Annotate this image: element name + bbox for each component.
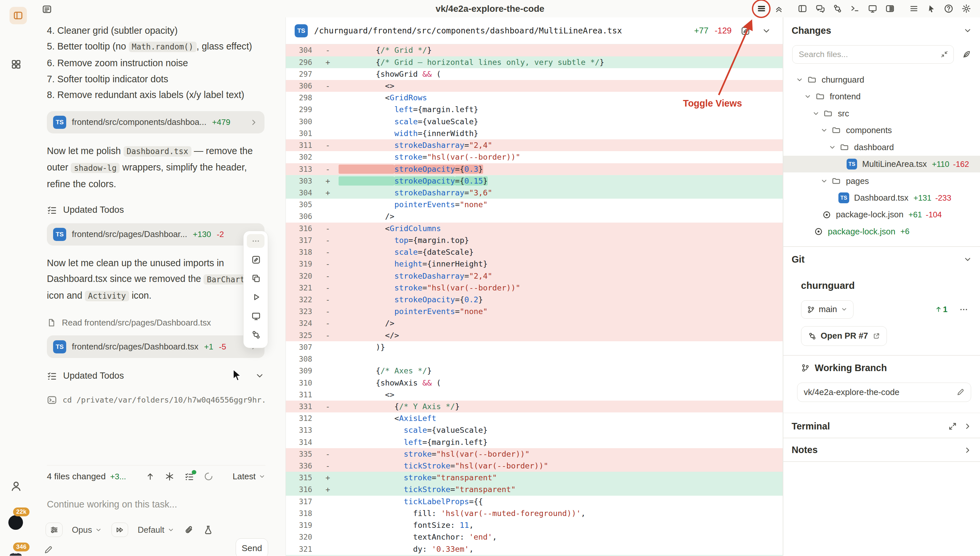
tree-item-components[interactable]: components (783, 122, 980, 139)
assistant-list-item: 5. Better tooltip (no Math.random(), gla… (47, 38, 265, 55)
experiments-button[interactable] (203, 525, 213, 535)
terminal-section-header[interactable]: Terminal (783, 416, 980, 436)
latest-dropdown[interactable]: Latest (233, 472, 266, 481)
diff-line: 316+ tickStroke="transparent" (286, 483, 783, 495)
diff-line: 321- stroke="hsl(var(--border))" (286, 282, 783, 294)
chevrons-up-button[interactable] (772, 2, 786, 16)
file-search-input[interactable] (799, 50, 936, 59)
attach-button[interactable] (184, 525, 194, 535)
panel-left-button[interactable] (796, 2, 810, 16)
open-in-editor-button[interactable] (738, 23, 753, 38)
chip-additions: +1 (204, 342, 213, 351)
inline-code: Activity (85, 291, 129, 301)
arrow-up-icon (145, 472, 155, 481)
green-dot (192, 470, 196, 474)
tree-item-package-lock.json[interactable]: package-lock.json+6 (783, 223, 980, 240)
account-button[interactable] (10, 480, 23, 493)
diff-line: 311 <> (286, 389, 783, 401)
menu-button[interactable] (907, 2, 921, 16)
tree-item-package-lock.json[interactable]: package-lock.json+61-104 (783, 206, 980, 223)
notes-title: Notes (791, 444, 817, 455)
folder-icon (831, 126, 841, 135)
upload-button[interactable] (145, 472, 155, 481)
cursor-button[interactable] (924, 2, 938, 16)
chevron-down-icon (796, 76, 803, 84)
chat-panel: 4. Cleaner grid (subtler opacity)5. Bett… (39, 19, 273, 556)
tree-item-Dashboard.tsx[interactable]: TSDashboard.tsx+131-233 (783, 189, 980, 206)
split-view-icon (885, 4, 895, 13)
open-pr-label: Open PR #7 (821, 331, 868, 341)
file-chip[interactable]: TS frontend/src/components/dashboa... +4… (47, 111, 265, 134)
discord-button[interactable]: 346 (8, 550, 24, 556)
diff-line: 307 )} (286, 341, 783, 353)
collapse-diff-button[interactable] (759, 23, 774, 38)
diff-line: 311- strokeDasharray="2,4" (286, 139, 783, 151)
panel-left-icon (13, 10, 23, 21)
file-tree: churnguardfrontendsrccomponentsdashboard… (783, 71, 980, 240)
more-options-button[interactable] (956, 302, 972, 317)
folder-icon (823, 109, 833, 118)
toggle-views-button[interactable] (754, 2, 768, 16)
pencil-button[interactable] (44, 545, 53, 555)
diff-line: 323- pointerEvents="none" (286, 305, 783, 317)
model-dropdown[interactable]: Opus (72, 525, 102, 535)
tree-item-frontend[interactable]: frontend (783, 88, 980, 105)
diff-button[interactable] (244, 325, 268, 344)
github-button[interactable]: 22k (8, 514, 24, 531)
assistant-list-item: 6. Remove zoom instruction noise (47, 55, 265, 71)
open-pr-button[interactable]: Open PR #7 (801, 326, 887, 346)
chevron-right-icon (249, 118, 258, 127)
edit-button[interactable] (244, 251, 268, 269)
gear-button[interactable] (959, 2, 973, 16)
chevron-down-icon (95, 527, 102, 533)
tree-item-pages[interactable]: pages (783, 173, 980, 189)
updated-todos-row[interactable]: Updated Todos (47, 370, 265, 381)
changes-section-header[interactable]: Changes (783, 21, 980, 40)
read-file-row[interactable]: Read frontend/src/pages/Dashboard.tsx (47, 318, 265, 328)
status-bar: 4 files changed +3... Latest (47, 465, 265, 488)
file-chip-name: frontend/src/pages/Dashboar... (72, 230, 187, 239)
file-chip[interactable]: TS frontend/src/pages/Dashboard.tsx +1 -… (47, 335, 265, 358)
tree-item-dashboard[interactable]: dashboard (783, 139, 980, 155)
updated-todos-row[interactable]: Updated Todos (47, 205, 265, 215)
mode-dropdown[interactable]: Default (138, 525, 174, 535)
terminal-command-row[interactable]: cd /private/var/folders/10/h7w0q46556ggr… (47, 395, 265, 405)
split-view-button[interactable] (883, 2, 897, 16)
send-button[interactable]: Send (236, 538, 268, 556)
tree-item-MultiLineArea.tsx[interactable]: TSMultiLineArea.tsx+110-162 (783, 156, 980, 173)
chat-input[interactable] (47, 499, 265, 510)
fast-forward-button[interactable] (111, 522, 128, 537)
preview-button[interactable] (244, 307, 268, 325)
run-button[interactable] (244, 288, 268, 307)
copy-icon (251, 274, 261, 283)
repo-name: churnguard (801, 280, 855, 291)
settings-sliders-button[interactable] (45, 522, 62, 537)
tree-item-src[interactable]: src (783, 105, 980, 121)
branch-dropdown[interactable]: main (801, 300, 854, 318)
git-compare-button[interactable] (831, 2, 844, 16)
file-chip[interactable]: TS frontend/src/pages/Dashboar... +130 -… (47, 223, 265, 246)
git-section-header[interactable]: Git (783, 250, 980, 269)
spark-button[interactable] (165, 472, 174, 481)
terminal-button[interactable] (848, 2, 862, 16)
folder-icon (815, 92, 825, 101)
diff-line: 320- strokeDasharray="2,4" (286, 270, 783, 282)
monitor-button[interactable] (865, 2, 879, 16)
todos-status-button[interactable] (184, 472, 194, 481)
chat-button[interactable] (813, 2, 827, 16)
typescript-file-icon: TS (847, 159, 857, 169)
help-button[interactable] (942, 2, 956, 16)
typescript-file-icon: TS (838, 192, 849, 203)
tree-item-churnguard[interactable]: churnguard (783, 71, 980, 88)
blocks-nav-button[interactable] (9, 57, 24, 72)
notes-section-header[interactable]: Notes (783, 440, 980, 460)
drag-handle[interactable] (247, 234, 264, 248)
inline-code: Dashboard.tsx (124, 146, 191, 157)
feather-button[interactable] (959, 47, 974, 62)
spark-icon (165, 472, 174, 481)
working-branch-input[interactable]: vk/4e2a-explore-the-code (797, 383, 971, 402)
composer-toolbar: Opus Default (45, 522, 213, 537)
chevron-down-icon (168, 527, 174, 533)
workspace-panel-button[interactable] (10, 7, 27, 24)
copy-button[interactable] (244, 269, 268, 288)
